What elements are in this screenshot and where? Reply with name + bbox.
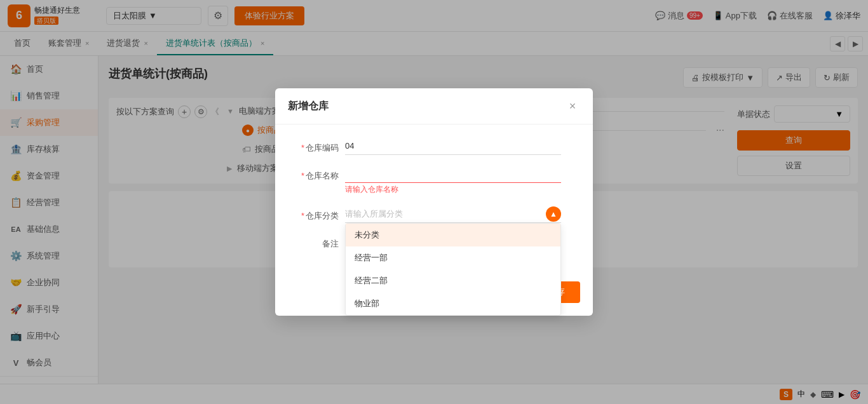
category-option-2[interactable]: 经营二部 — [346, 269, 560, 292]
modal-title: 新增仓库 — [288, 100, 329, 113]
name-error-msg: 请输入仓库名称 — [345, 184, 561, 195]
modal-body: 仓库编码 仓库名称 请输入仓库名称 仓库分类 ▲ 未分类 — [275, 125, 593, 274]
category-dropdown: ▲ 未分类 经营一部 经营二部 物业部 — [345, 205, 561, 223]
warehouse-name-row: 仓库名称 请输入仓库名称 — [288, 165, 580, 195]
modal-close-button[interactable]: × — [565, 98, 580, 114]
warehouse-code-input[interactable] — [345, 137, 561, 155]
category-label: 仓库分类 — [288, 205, 339, 222]
modal-backdrop: 新增仓库 × 仓库编码 仓库名称 请输入仓库名称 仓库分类 — [0, 0, 868, 404]
modal-header: 新增仓库 × — [275, 88, 593, 125]
category-option-3[interactable]: 物业部 — [346, 292, 560, 315]
name-label: 仓库名称 — [288, 165, 339, 182]
notes-label: 备注 — [288, 233, 339, 250]
warehouse-code-row: 仓库编码 — [288, 137, 580, 155]
warehouse-category-row: 仓库分类 ▲ 未分类 经营一部 经营二部 物业部 — [288, 205, 580, 223]
category-dropdown-list: 未分类 经营一部 经营二部 物业部 — [345, 223, 561, 316]
dropdown-toggle-icon[interactable]: ▲ — [546, 206, 561, 222]
category-option-unclassified[interactable]: 未分类 — [346, 224, 560, 246]
warehouse-name-input[interactable] — [345, 165, 561, 183]
category-option-1[interactable]: 经营一部 — [346, 246, 560, 269]
code-label: 仓库编码 — [288, 137, 339, 154]
category-input[interactable] — [345, 205, 561, 223]
new-warehouse-modal: 新增仓库 × 仓库编码 仓库名称 请输入仓库名称 仓库分类 — [275, 88, 593, 316]
name-input-wrapper: 请输入仓库名称 — [345, 165, 561, 195]
